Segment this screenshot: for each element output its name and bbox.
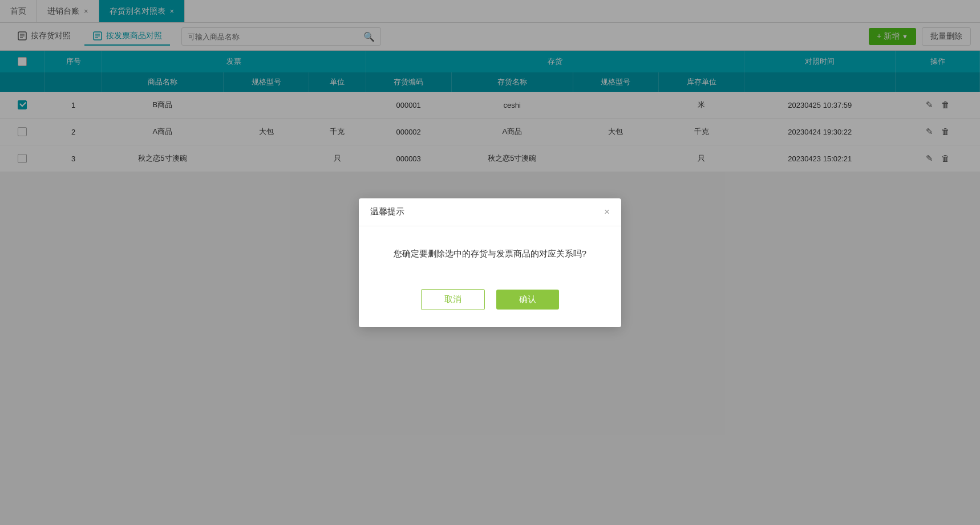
modal-overlay: 温馨提示 × 您确定要删除选中的存货与发票商品的对应关系吗? 取消 确认 xyxy=(0,0,980,172)
